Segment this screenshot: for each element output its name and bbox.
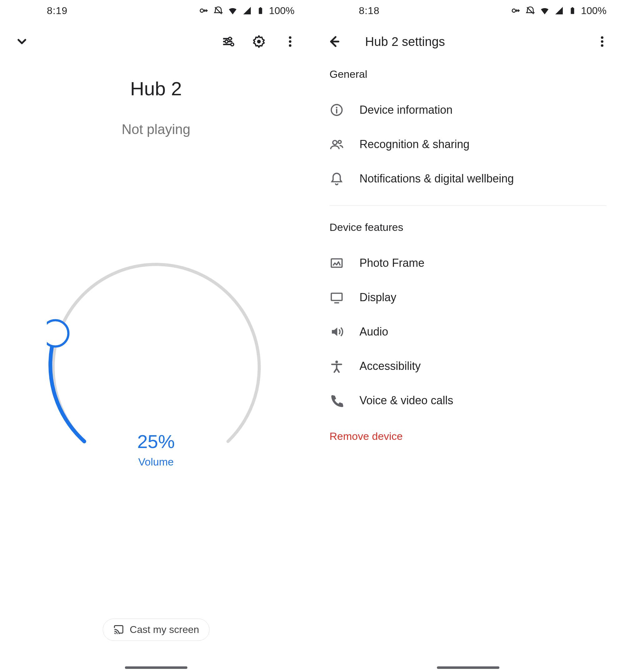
settings-toolbar: Hub 2 settings	[312, 21, 624, 62]
row-device-information[interactable]: Device information	[312, 93, 624, 127]
status-time: 8:19	[47, 5, 68, 17]
status-icons: 100%	[511, 5, 606, 17]
cast-icon	[113, 624, 124, 636]
vpn-key-icon	[511, 6, 521, 16]
section-title-features: Device features	[312, 215, 624, 246]
battery-icon	[256, 6, 264, 16]
page-title: Hub 2 settings	[356, 35, 445, 49]
signal-icon	[554, 6, 564, 16]
row-label: Accessibility	[360, 360, 421, 373]
row-label: Recognition & sharing	[360, 138, 469, 151]
arrow-back-icon	[327, 35, 341, 48]
people-icon	[330, 137, 344, 152]
overflow-button[interactable]	[593, 32, 612, 51]
status-bar: 8:18 100%	[312, 0, 624, 21]
row-label: Photo Frame	[360, 257, 424, 269]
notifications-off-icon	[213, 6, 223, 16]
status-bar: 8:19 100%	[0, 0, 312, 21]
status-icons: 100%	[199, 5, 294, 17]
row-label: Voice & video calls	[360, 394, 453, 407]
row-voice-video-calls[interactable]: Voice & video calls	[312, 383, 624, 418]
settings-button[interactable]	[250, 32, 268, 51]
volume-label: Volume	[47, 456, 265, 468]
more-vert-icon	[283, 35, 297, 48]
chevron-down-icon	[15, 35, 29, 48]
accessibility-icon	[330, 359, 344, 373]
row-label: Device information	[360, 103, 452, 117]
battery-percent: 100%	[581, 5, 606, 17]
phone-icon	[330, 393, 344, 408]
battery-icon	[568, 6, 576, 16]
image-icon	[330, 256, 344, 270]
divider	[330, 205, 606, 206]
equalizer-button[interactable]	[218, 32, 237, 51]
row-label: Audio	[360, 325, 388, 338]
vpn-key-icon	[199, 6, 209, 16]
back-button[interactable]	[324, 32, 343, 51]
cast-label: Cast my screen	[130, 624, 199, 636]
notifications-off-icon	[525, 6, 535, 16]
device-toolbar	[0, 21, 312, 62]
svg-point-17	[47, 320, 69, 346]
row-label: Notifications & digital wellbeing	[360, 172, 514, 185]
gear-icon	[252, 35, 266, 48]
row-accessibility[interactable]: Accessibility	[312, 349, 624, 383]
nav-handle[interactable]	[437, 666, 499, 669]
signal-icon	[242, 6, 252, 16]
row-label: Display	[360, 291, 396, 304]
device-title: Hub 2	[0, 77, 312, 100]
collapse-button[interactable]	[12, 32, 31, 51]
bell-icon	[330, 172, 344, 186]
volume-value: 25%	[47, 431, 265, 453]
more-vert-icon	[595, 35, 609, 48]
playback-status: Not playing	[0, 122, 312, 137]
wifi-icon	[228, 6, 238, 16]
volume-dial[interactable]: 25% Volume	[47, 256, 265, 474]
audio-icon	[330, 325, 344, 339]
row-audio[interactable]: Audio	[312, 315, 624, 349]
info-icon	[330, 103, 344, 117]
wifi-icon	[540, 6, 550, 16]
battery-percent: 100%	[269, 5, 294, 17]
row-display[interactable]: Display	[312, 280, 624, 315]
row-recognition-sharing[interactable]: Recognition & sharing	[312, 127, 624, 161]
remove-device-button[interactable]: Remove device	[312, 418, 624, 455]
sliders-icon	[221, 35, 235, 48]
row-photo-frame[interactable]: Photo Frame	[312, 246, 624, 280]
display-icon	[330, 290, 344, 305]
device-screen: 8:19 100% Hub	[0, 0, 312, 672]
section-title-general: General	[312, 62, 624, 93]
cast-screen-button[interactable]: Cast my screen	[102, 619, 209, 641]
status-time: 8:18	[359, 5, 380, 17]
settings-screen: 8:18 100% Hub 2 settings General D	[312, 0, 624, 672]
row-notifications-wellbeing[interactable]: Notifications & digital wellbeing	[312, 161, 624, 196]
nav-handle[interactable]	[125, 666, 187, 669]
overflow-button[interactable]	[281, 32, 300, 51]
